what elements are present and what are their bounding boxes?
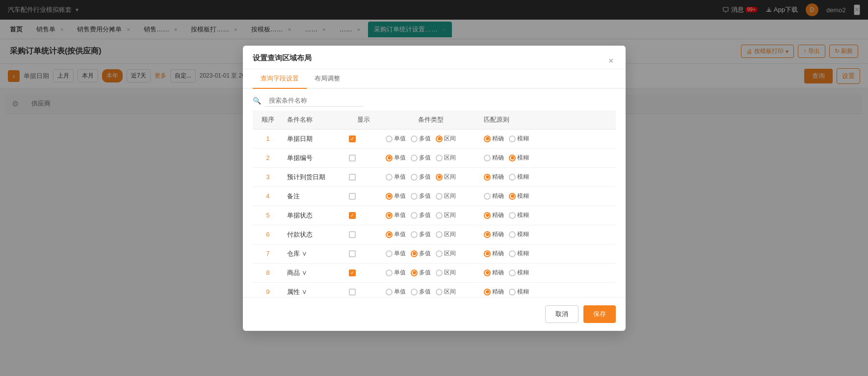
type-single-radio[interactable]: 单值	[386, 173, 406, 181]
type-single-radio[interactable]: 单值	[386, 249, 406, 258]
match-exact-radio[interactable]: 精确	[484, 211, 504, 219]
type-multi-radio[interactable]: 多值	[411, 288, 431, 296]
display-checkbox[interactable]	[349, 231, 356, 238]
type-multi-radio[interactable]: 多值	[411, 249, 431, 258]
match-fuzzy-radio[interactable]: 模糊	[509, 269, 529, 277]
cell-type: 单值 多值 区间	[382, 187, 480, 206]
match-exact-radio[interactable]: 精确	[484, 249, 504, 258]
match-exact-radio[interactable]: 精确	[484, 154, 504, 162]
match-fuzzy-radio[interactable]: 模糊	[509, 173, 529, 181]
type-single-radio[interactable]: 单值	[386, 192, 406, 200]
table-row: 5单据状态 单值 多值 区间 精确	[253, 206, 616, 225]
cell-type: 单值 多值 区间	[382, 129, 480, 148]
cell-type: 单值 多值 区间	[382, 225, 480, 244]
display-checkbox[interactable]	[349, 289, 356, 295]
modal-table-area: 顺序 条件名称 显示 条件类型 匹配原则 1单据日期 单值 多值	[243, 110, 626, 297]
match-exact-radio[interactable]: 精确	[484, 192, 504, 200]
cell-order: 4	[253, 187, 284, 206]
type-range-radio[interactable]: 区间	[436, 173, 456, 181]
type-multi-radio[interactable]: 多值	[411, 154, 431, 162]
type-range-radio[interactable]: 区间	[436, 154, 456, 162]
match-fuzzy-radio[interactable]: 模糊	[509, 192, 529, 200]
cell-type: 单值 多值 区间	[382, 263, 480, 282]
cell-match: 精确 模糊	[480, 206, 615, 225]
display-checkbox[interactable]	[349, 174, 356, 181]
cell-name: 商品 ∨	[283, 263, 345, 282]
cell-display[interactable]	[345, 187, 382, 206]
type-multi-radio[interactable]: 多值	[411, 192, 431, 200]
type-multi-radio[interactable]: 多值	[411, 269, 431, 277]
type-range-radio[interactable]: 区间	[436, 249, 456, 258]
display-checkbox[interactable]	[349, 212, 356, 219]
cell-display[interactable]	[345, 167, 382, 187]
cell-order: 1	[253, 129, 284, 148]
type-multi-radio[interactable]: 多值	[411, 134, 431, 143]
cell-order: 6	[253, 225, 284, 244]
cell-match: 精确 模糊	[480, 187, 615, 206]
type-multi-radio[interactable]: 多值	[411, 211, 431, 219]
type-single-radio[interactable]: 单值	[386, 211, 406, 219]
cell-order: 9	[253, 282, 284, 297]
match-exact-radio[interactable]: 精确	[484, 288, 504, 296]
type-multi-radio[interactable]: 多值	[411, 230, 431, 239]
table-row: 9属性 ∨ 单值 多值 区间 精确	[253, 282, 616, 297]
search-input[interactable]	[265, 95, 363, 107]
save-btn[interactable]: 保存	[583, 305, 616, 323]
cell-match: 精确 模糊	[480, 244, 615, 263]
modal-dialog: 设置查询区域布局 × 查询字段设置 布局调整 🔍 顺序 条件名称	[243, 46, 626, 331]
type-range-radio[interactable]: 区间	[436, 230, 456, 239]
display-checkbox[interactable]	[349, 250, 356, 257]
cell-type: 单值 多值 区间	[382, 148, 480, 167]
type-multi-radio[interactable]: 多值	[411, 173, 431, 181]
cell-display[interactable]	[345, 282, 382, 297]
match-fuzzy-radio[interactable]: 模糊	[509, 249, 529, 258]
type-range-radio[interactable]: 区间	[436, 269, 456, 277]
match-fuzzy-radio[interactable]: 模糊	[509, 211, 529, 219]
cell-display[interactable]	[345, 148, 382, 167]
modal-close-btn[interactable]: ×	[606, 54, 616, 68]
display-checkbox[interactable]	[349, 135, 356, 142]
cell-display[interactable]	[345, 206, 382, 225]
match-fuzzy-radio[interactable]: 模糊	[509, 230, 529, 239]
type-range-radio[interactable]: 区间	[436, 211, 456, 219]
type-range-radio[interactable]: 区间	[436, 192, 456, 200]
table-row: 8商品 ∨ 单值 多值 区间 精确	[253, 263, 616, 282]
display-checkbox[interactable]	[349, 155, 356, 161]
match-exact-radio[interactable]: 精确	[484, 269, 504, 277]
match-fuzzy-radio[interactable]: 模糊	[509, 288, 529, 296]
cell-display[interactable]	[345, 244, 382, 263]
match-fuzzy-radio[interactable]: 模糊	[509, 154, 529, 162]
match-fuzzy-radio[interactable]: 模糊	[509, 134, 529, 143]
match-exact-radio[interactable]: 精确	[484, 134, 504, 143]
type-range-radio[interactable]: 区间	[436, 134, 456, 143]
type-range-radio[interactable]: 区间	[436, 288, 456, 296]
cell-order: 3	[253, 167, 284, 187]
type-single-radio[interactable]: 单值	[386, 230, 406, 239]
cell-name: 仓库 ∨	[283, 244, 345, 263]
type-single-radio[interactable]: 单值	[386, 154, 406, 162]
cell-name: 属性 ∨	[283, 282, 345, 297]
cell-name: 备注	[283, 187, 345, 206]
table-row: 4备注 单值 多值 区间 精确	[253, 187, 616, 206]
cell-order: 2	[253, 148, 284, 167]
display-checkbox[interactable]	[349, 193, 356, 200]
type-single-radio[interactable]: 单值	[386, 288, 406, 296]
col-header-match: 匹配原则	[480, 110, 615, 130]
modal-tab-layout[interactable]: 布局调整	[307, 69, 348, 89]
col-header-display: 显示	[345, 110, 382, 130]
table-row: 6付款状态 单值 多值 区间 精确	[253, 225, 616, 244]
modal-tab-fields[interactable]: 查询字段设置	[253, 69, 307, 89]
match-exact-radio[interactable]: 精确	[484, 230, 504, 239]
display-checkbox[interactable]	[349, 269, 356, 276]
match-exact-radio[interactable]: 精确	[484, 173, 504, 181]
cell-display[interactable]	[345, 129, 382, 148]
cell-display[interactable]	[345, 263, 382, 282]
modal-footer: 取消 保存	[243, 297, 626, 331]
type-single-radio[interactable]: 单值	[386, 269, 406, 277]
col-header-name: 条件名称	[283, 110, 345, 130]
cell-display[interactable]	[345, 225, 382, 244]
table-row: 3预计到货日期 单值 多值 区间 精确	[253, 167, 616, 187]
cancel-btn[interactable]: 取消	[545, 305, 579, 323]
type-single-radio[interactable]: 单值	[386, 134, 406, 143]
col-header-order: 顺序	[253, 110, 284, 130]
